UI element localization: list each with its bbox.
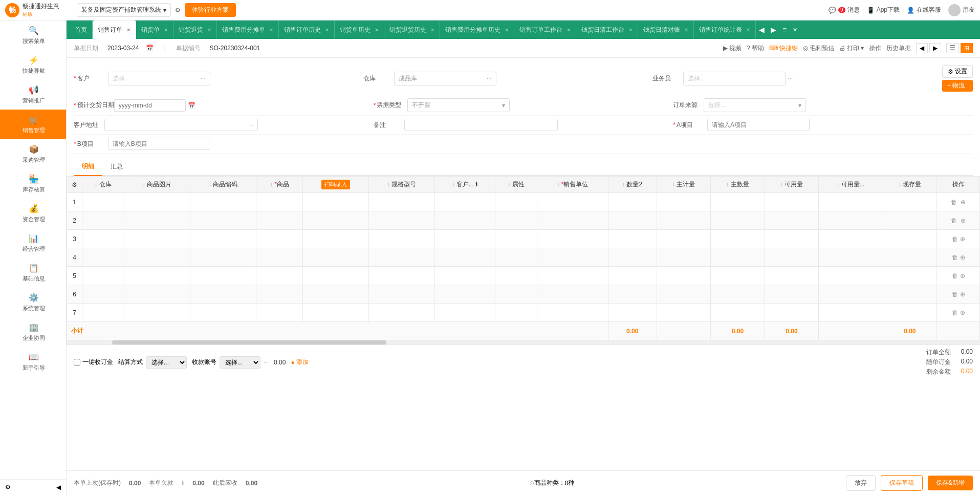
- tab-close-refund-history[interactable]: ✕: [430, 27, 434, 33]
- system-settings-icon[interactable]: ⚙: [175, 7, 181, 14]
- tab-close-return-history[interactable]: ✕: [375, 27, 379, 33]
- row-1-spec[interactable]: [368, 193, 434, 211]
- staff-input[interactable]: 选择...: [683, 72, 786, 85]
- tab-close-cash-workbench[interactable]: ✕: [628, 27, 633, 33]
- row-7-delete-btn[interactable]: 🗑: [951, 308, 959, 317]
- form-view-btn[interactable]: ⊞: [961, 43, 973, 53]
- invoice-type-select[interactable]: 不开票 ▾: [407, 98, 510, 112]
- history-btn[interactable]: 历史单据: [886, 44, 911, 53]
- warehouse-input[interactable]: 成品库 ···: [394, 72, 496, 85]
- tab-close-order-workbench[interactable]: ✕: [567, 27, 571, 33]
- sidebar-settings-icon[interactable]: ⚙: [5, 484, 11, 491]
- sidebar-item-search[interactable]: 🔍 搜索菜单: [0, 20, 66, 50]
- online-service[interactable]: 👤 在线客服: [907, 6, 941, 14]
- row-6-copy-btn[interactable]: ⊕: [959, 290, 966, 299]
- help-btn[interactable]: ? 帮助: [747, 44, 764, 53]
- row-2-warehouse[interactable]: [82, 211, 124, 230]
- sidebar-item-finance[interactable]: 💰 资金管理: [0, 199, 66, 228]
- tab-order-workbench[interactable]: 销售订单工作台 ✕: [514, 20, 576, 39]
- row-3-copy-btn[interactable]: ⊕: [959, 234, 966, 244]
- print-btn[interactable]: 🖨 打印 ▾: [839, 44, 864, 53]
- sidebar-item-purchase[interactable]: 📦 采购管理: [0, 139, 66, 169]
- tab-summary[interactable]: 汇总: [102, 158, 131, 176]
- row-1-main-qty[interactable]: [711, 193, 765, 211]
- calendar-icon[interactable]: 📅: [188, 102, 195, 109]
- discard-btn[interactable]: 放弃: [846, 475, 876, 491]
- tab-order-summary[interactable]: 销售订单统计表 ✕: [694, 20, 756, 39]
- sidebar-item-system[interactable]: ⚙️ 系统管理: [0, 288, 66, 317]
- profit-btn[interactable]: ◎ 毛利预估: [803, 44, 834, 53]
- horizontal-scrollbar[interactable]: [67, 340, 980, 345]
- sidebar-item-enterprise[interactable]: 🏢 企业协同: [0, 317, 66, 347]
- tab-order-history[interactable]: 销售订单历史 ✕: [279, 20, 335, 39]
- sidebar-item-quick-nav[interactable]: ⚡ 快捷导航: [0, 50, 66, 80]
- row-1-attribute[interactable]: [495, 193, 537, 211]
- a-project-input[interactable]: [707, 119, 810, 131]
- user-avatar[interactable]: 用友: [948, 4, 975, 16]
- date-picker-icon[interactable]: 📅: [146, 45, 154, 52]
- tab-cash-account[interactable]: 钱货日清对账 ✕: [638, 20, 694, 39]
- b-project-input[interactable]: [108, 138, 210, 150]
- tab-return-history[interactable]: 销货单历史 ✕: [335, 20, 384, 39]
- bulk-confirm-checkbox[interactable]: 一键收订金: [74, 358, 113, 367]
- tab-cash-daily-workbench[interactable]: 钱货日清工作台 ✕: [576, 20, 638, 39]
- sidebar-item-marketing[interactable]: 📢 营销推广: [0, 80, 66, 110]
- tab-close-fee-history[interactable]: ✕: [505, 27, 509, 33]
- logistics-btn[interactable]: + 物流: [942, 80, 973, 92]
- row-1-scan[interactable]: [303, 193, 369, 211]
- row-7-copy-btn[interactable]: ⊕: [959, 308, 966, 317]
- scan-btn[interactable]: 扫码录入: [321, 180, 350, 189]
- tab-close-sales-refund[interactable]: ✕: [207, 27, 211, 33]
- row-1-product[interactable]: [256, 193, 303, 211]
- tab-home[interactable]: 首页: [70, 20, 93, 39]
- tab-fee-history[interactable]: 销售费用分摊单历史 ✕: [440, 20, 514, 39]
- tab-close-sales-return[interactable]: ✕: [164, 27, 168, 33]
- bulk-confirm-check[interactable]: [74, 359, 80, 365]
- sidebar-item-sales[interactable]: 🛒 销售管理: [0, 110, 66, 139]
- row-2-delete-btn[interactable]: 🗑: [950, 216, 958, 225]
- customer-expand-btn[interactable]: ···: [201, 75, 206, 82]
- scrollbar-thumb[interactable]: [112, 340, 386, 345]
- address-input[interactable]: ···: [104, 119, 258, 131]
- sidebar-item-basic[interactable]: 📋 基础信息: [0, 258, 66, 288]
- row-3-delete-btn[interactable]: 🗑: [951, 234, 959, 244]
- delivery-date-input[interactable]: [114, 99, 186, 112]
- row-1-customer-code[interactable]: [435, 193, 495, 211]
- next-record-btn[interactable]: ▶: [929, 43, 941, 53]
- row-1-stock[interactable]: [883, 193, 937, 211]
- tab-close-fee-split[interactable]: ✕: [269, 27, 273, 33]
- row-1-available2[interactable]: [819, 193, 883, 211]
- row-5-copy-btn[interactable]: ⊕: [959, 271, 966, 281]
- tab-close-order-history[interactable]: ✕: [325, 27, 329, 33]
- row-1-available[interactable]: [765, 193, 819, 211]
- account-select[interactable]: 选择...: [220, 356, 260, 369]
- tab-sales-return[interactable]: 销货单 ✕: [136, 20, 173, 39]
- tab-detail[interactable]: 明细: [74, 158, 102, 176]
- tab-sales-fee-split[interactable]: 销售费用分摊单 ✕: [217, 20, 279, 39]
- row-2-copy-btn[interactable]: ⊕: [960, 216, 967, 225]
- save-draft-btn[interactable]: 保存草稿: [881, 475, 923, 491]
- tab-nav-next[interactable]: ▶: [768, 24, 779, 36]
- app-download[interactable]: 📱 App下载: [867, 6, 900, 14]
- tab-nav-close-all[interactable]: ✕: [790, 25, 800, 35]
- row-1-delete-btn[interactable]: 🗑: [950, 198, 958, 207]
- row-6-delete-btn[interactable]: 🗑: [951, 290, 959, 299]
- row-4-delete-btn[interactable]: 🗑: [951, 253, 959, 262]
- row-5-delete-btn[interactable]: 🗑: [951, 271, 959, 281]
- industry-btn[interactable]: 体验行业方案: [185, 3, 236, 17]
- add-payment-btn[interactable]: ● 添加: [291, 358, 308, 367]
- th-settings[interactable]: ⚙: [67, 177, 82, 193]
- row-1-main-unit[interactable]: [657, 193, 711, 211]
- goods-count-icon[interactable]: ⊙: [529, 480, 534, 487]
- tab-close-order-summary[interactable]: ✕: [746, 27, 750, 33]
- row-1-copy-btn[interactable]: ⊕: [960, 198, 967, 207]
- tab-refund-history[interactable]: 销货退货历史 ✕: [384, 20, 440, 39]
- prev-record-btn[interactable]: ◀: [916, 43, 928, 53]
- message-item[interactable]: 💬 9 消息: [829, 6, 860, 14]
- payment-method-select[interactable]: 选择...: [146, 356, 187, 369]
- tab-nav-more[interactable]: ≡: [779, 24, 790, 36]
- sidebar-item-guide[interactable]: 📖 新手引导: [0, 347, 66, 377]
- row-1-image[interactable]: [124, 193, 190, 211]
- row-1-sales-unit[interactable]: [537, 193, 608, 211]
- th-scan[interactable]: 扫码录入: [303, 177, 369, 193]
